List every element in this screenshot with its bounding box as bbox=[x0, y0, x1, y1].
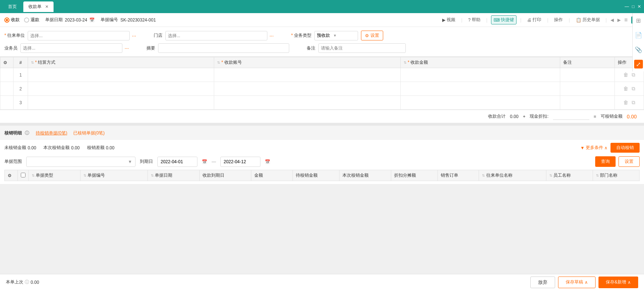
footer-info-icon[interactable]: ⓘ bbox=[25, 279, 29, 285]
store-input[interactable] bbox=[165, 31, 267, 40]
radio-refund[interactable]: 退款 bbox=[24, 17, 39, 23]
chevron-up-icon: ∧ bbox=[604, 145, 608, 150]
counterparty-input[interactable] bbox=[28, 31, 130, 40]
bt-header-employee: ⇅ 员工名称 bbox=[546, 170, 593, 181]
calendar-icon[interactable]: 📅 bbox=[89, 17, 95, 23]
row-2-account[interactable] bbox=[214, 82, 400, 96]
more-conditions-btn[interactable]: ▼ 更多条件 ∧ bbox=[580, 145, 608, 151]
bt-header-date: ⇅ 单据日期 bbox=[148, 170, 199, 181]
list-icon[interactable]: ≡ bbox=[624, 17, 628, 23]
row-1-remarks[interactable] bbox=[560, 68, 615, 82]
auto-writeoff-btn[interactable]: 自动核销 bbox=[610, 143, 640, 153]
stat-diff: 核销差额 0.00 bbox=[87, 145, 114, 151]
receipt-table: ⚙ # ⇅ * 结算方式 ⇅ * 收款账号 ⇅ * 收款金额 bbox=[0, 57, 644, 110]
table-header-account: ⇅ * 收款账号 bbox=[214, 57, 400, 68]
row-3-copy-icon[interactable]: ⧉ bbox=[632, 99, 635, 105]
row-1-settlement[interactable] bbox=[28, 68, 214, 82]
row-1-copy-icon[interactable]: ⧉ bbox=[632, 72, 635, 78]
shortcut-btn[interactable]: ⌨ 快捷键 bbox=[491, 15, 517, 24]
tab-completed-writeoff[interactable]: 已核销单据(0笔) bbox=[71, 129, 107, 137]
row-2-settlement[interactable] bbox=[28, 82, 214, 96]
nav-next-icon[interactable]: ▶ bbox=[617, 17, 621, 23]
writeoff-section-header: 核销明细 ⓘ 待核销单据(0笔) 已核销单据(0笔) bbox=[0, 123, 644, 140]
tab-pending-writeoff[interactable]: 待核销单据(0笔) bbox=[34, 129, 70, 137]
discount-input[interactable] bbox=[553, 113, 589, 120]
row-2-amount[interactable] bbox=[400, 82, 560, 96]
tab-close-receipt[interactable]: ✕ bbox=[45, 4, 48, 9]
close-btn[interactable]: ✕ bbox=[637, 4, 641, 9]
business-type-select[interactable]: 预收款 ▼ bbox=[314, 31, 358, 40]
top-form: * 往来单位 ··· 门店 ··· * 业务类型 预收款 ▼ ⚙ 设置 业务员 … bbox=[0, 27, 644, 57]
row-2-delete-icon[interactable]: 🗑 bbox=[623, 86, 628, 91]
toolbar-right: ▶ 视频 | ? 帮助 | ⌨ 快捷键 | 🖨 打印 | 操作 | 📋 历史单据… bbox=[440, 15, 640, 24]
row-2-copy-icon[interactable]: ⧉ bbox=[632, 86, 635, 91]
bt-header-discount: 折扣分摊额 bbox=[391, 170, 437, 181]
radio-dot-refund bbox=[24, 17, 29, 23]
sidebar-doc-icon[interactable]: 📄 bbox=[634, 31, 643, 39]
bt-header-sales-order: 销售订单 bbox=[437, 170, 479, 181]
radio-receipt[interactable]: 收款 bbox=[4, 17, 20, 23]
calendar-to-icon[interactable]: 📅 bbox=[265, 159, 270, 164]
row-num-3: 3 bbox=[13, 96, 28, 110]
table-row: 2 🗑 ⧉ bbox=[0, 82, 644, 96]
print-btn[interactable]: 🖨 打印 bbox=[525, 16, 543, 24]
stat-pending: 未核销金额 0.00 bbox=[4, 145, 36, 151]
store-more-btn[interactable]: ··· bbox=[270, 33, 274, 39]
bt-header-pending: 待核销金额 bbox=[292, 170, 339, 181]
sidebar-clip-icon[interactable]: 📎 bbox=[634, 45, 643, 54]
remarks-input[interactable] bbox=[318, 43, 406, 53]
salesperson-input[interactable] bbox=[20, 43, 122, 53]
minimize-btn[interactable]: — bbox=[625, 4, 629, 9]
row-1-account[interactable] bbox=[214, 68, 400, 82]
table-row: 1 🗑 ⧉ bbox=[0, 68, 644, 82]
video-icon: ▶ bbox=[442, 17, 445, 23]
print-icon: 🖨 bbox=[527, 17, 531, 23]
summary-input[interactable] bbox=[158, 43, 289, 53]
filter-settings-btn[interactable]: 设置 bbox=[619, 156, 640, 167]
total-value: 0.00 bbox=[510, 114, 518, 119]
maximize-btn[interactable]: □ bbox=[632, 4, 635, 9]
history-btn[interactable]: 📋 历史单据 bbox=[574, 16, 602, 24]
table-header-gear[interactable]: ⚙ bbox=[0, 57, 13, 68]
bt-header-gear[interactable]: ⚙ bbox=[5, 170, 18, 181]
stat-diff-value: 0.00 bbox=[106, 145, 114, 150]
settings-btn[interactable]: ⚙ 设置 bbox=[361, 31, 383, 40]
abandon-btn[interactable]: 放弃 bbox=[530, 277, 555, 288]
sidebar-table-icon[interactable]: ⊞ bbox=[634, 16, 643, 25]
row-2-remarks[interactable] bbox=[560, 82, 615, 96]
save-draft-btn[interactable]: 保存草稿 ∧ bbox=[558, 277, 596, 288]
row-3-remarks[interactable] bbox=[560, 96, 615, 110]
bt-header-checkbox[interactable] bbox=[18, 170, 29, 181]
video-btn[interactable]: ▶ 视频 bbox=[440, 16, 458, 24]
tab-home[interactable]: 首页 bbox=[3, 1, 22, 12]
counterparty-more-btn[interactable]: ··· bbox=[132, 33, 136, 39]
salesperson-more-btn[interactable]: ··· bbox=[125, 45, 129, 51]
operate-btn[interactable]: 操作 bbox=[552, 16, 565, 24]
query-btn[interactable]: 查询 bbox=[595, 156, 616, 167]
help-btn[interactable]: ? 帮助 bbox=[466, 16, 483, 24]
row-3-settlement[interactable] bbox=[28, 96, 214, 110]
row-1-delete-icon[interactable]: 🗑 bbox=[623, 72, 628, 78]
doc-number-field: 单据编号 SK-20230324-001 bbox=[101, 17, 156, 23]
save-new-btn[interactable]: 保存&新增 ∧ bbox=[598, 277, 638, 288]
writeoff-info-icon[interactable]: ⓘ bbox=[25, 130, 29, 136]
row-3-account[interactable] bbox=[214, 96, 400, 110]
select-all-checkbox[interactable] bbox=[21, 173, 25, 177]
tab-receipt[interactable]: 收款单 ✕ bbox=[23, 1, 54, 12]
form-row-1: * 往来单位 ··· 门店 ··· * 业务类型 预收款 ▼ ⚙ 设置 bbox=[4, 29, 640, 42]
date-to-input[interactable]: 2022-04-12 bbox=[220, 157, 260, 167]
nav-prev-icon[interactable]: ◀ bbox=[610, 17, 614, 23]
row-num-1: 1 bbox=[13, 68, 28, 82]
date-from-input[interactable]: 2022-04-01 bbox=[157, 157, 197, 167]
range-chevron-icon: ▼ bbox=[128, 159, 132, 164]
writeoff-area: 未核销金额 0.00 本次核销金额 0.00 核销差额 0.00 ▼ 更多条件 … bbox=[0, 140, 644, 184]
row-3-amount[interactable] bbox=[400, 96, 560, 110]
range-select[interactable]: ▼ bbox=[26, 157, 136, 167]
calendar-from-icon[interactable]: 📅 bbox=[202, 159, 207, 164]
summary-row: 收款合计 0.00 + 现金折扣: = 可核销金额 0.00 bbox=[0, 110, 644, 123]
stat-current: 本次核销金额 0.00 bbox=[43, 145, 79, 151]
sidebar-expand-icon[interactable]: ⤢ bbox=[634, 60, 643, 68]
row-1-amount[interactable] bbox=[400, 68, 560, 82]
bt-header-department: ⇅ 部门名称 bbox=[593, 170, 640, 181]
row-3-delete-icon[interactable]: 🗑 bbox=[623, 99, 628, 105]
